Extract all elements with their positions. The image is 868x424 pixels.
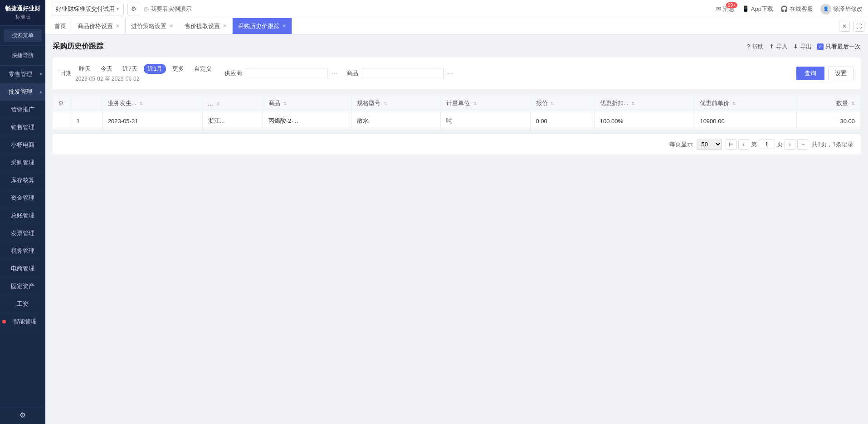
th-unit[interactable]: 计量单位 ⇅: [441, 95, 530, 112]
avatar: 👤: [820, 4, 831, 14]
goods-input[interactable]: [362, 68, 444, 79]
data-table-container: ⚙ 业务发生... ⇅ ... ⇅ 商品 ⇅: [53, 95, 861, 130]
sidebar-item-ecommerce-small[interactable]: 小畅电商: [0, 136, 45, 154]
demo-link[interactable]: ◎ 我要看实例演示: [144, 5, 192, 13]
tabbar: 首页 商品价格设置 ✕ 进价策略设置 ✕ 售价提取设置 ✕ 采购历史价跟踪 ✕ …: [45, 18, 868, 34]
date-1month-btn[interactable]: 近1月: [144, 64, 166, 74]
tab-history-price-close[interactable]: ✕: [282, 23, 286, 29]
tab-purchase-strategy[interactable]: 进价策略设置 ✕: [126, 18, 179, 34]
online-service-button[interactable]: 🎧 在线客服: [780, 5, 813, 13]
tab-sale-price-close[interactable]: ✕: [223, 23, 227, 29]
version-gear-button[interactable]: ⚙: [127, 3, 140, 15]
th-spec[interactable]: 规格型号 ⇅: [351, 95, 440, 112]
th-quantity[interactable]: 数量 ⇅: [796, 95, 860, 112]
settings-icon[interactable]: ⚙: [20, 411, 26, 419]
sidebar-item-smart[interactable]: 智能管理: [0, 313, 45, 331]
page-content: 采购历史价跟踪 ? 帮助 ⬆ 导入 ⬇ 导出 只看最后一次: [45, 34, 868, 424]
app-download-button[interactable]: 📱 App下载: [742, 5, 773, 13]
date-custom-btn[interactable]: 自定义: [190, 64, 215, 74]
sidebar-item-finance[interactable]: 资金管理: [0, 189, 45, 207]
td-supplier: 浙江...: [202, 112, 263, 130]
filter-actions: 查询 设置: [796, 67, 853, 80]
page-title: 采购历史价跟踪: [53, 42, 103, 51]
search-menu-button[interactable]: 搜索菜单: [4, 29, 42, 42]
sort-quantity-icon: ⇅: [851, 101, 855, 106]
date-today-btn[interactable]: 今天: [97, 64, 116, 74]
sort-date-icon: ⇅: [139, 101, 143, 106]
page-nav: ⊨ ‹ 第 页 › ⊩: [726, 139, 808, 150]
date-yesterday-btn[interactable]: 昨天: [75, 64, 94, 74]
sidebar-item-sales[interactable]: 销售管理: [0, 119, 45, 136]
th-date[interactable]: 业务发生... ⇅: [102, 95, 202, 112]
page-size-select[interactable]: 20 50 100: [697, 139, 722, 150]
sidebar-item-wholesale[interactable]: 批发管理 ▲: [0, 83, 45, 101]
topbar-right: ✉ 消息 99+ 📱 App下载 🎧 在线客服 👤 徐泽华修改: [716, 4, 863, 14]
sidebar-item-ecommerce[interactable]: 电商管理: [0, 260, 45, 278]
app-logo-sub: 标准版: [4, 14, 42, 20]
page-number-input[interactable]: [759, 140, 775, 149]
tab-price-close[interactable]: ✕: [116, 23, 120, 29]
supplier-more-icon[interactable]: ···: [331, 69, 337, 77]
goods-filter-label: 商品: [346, 69, 358, 77]
only-last-checkbox[interactable]: [817, 43, 824, 50]
next-page-button[interactable]: ›: [785, 139, 795, 150]
message-button[interactable]: ✉ 消息 99+: [716, 5, 735, 13]
sidebar-item-ledger[interactable]: 总账管理: [0, 207, 45, 225]
date-filter-group: 日期 昨天 今天 近7天 近1月 更多 自定义 2023-05-02 至 202…: [60, 64, 215, 83]
th-before-discount[interactable]: 优惠前单价 ⇅: [694, 95, 796, 112]
user-menu-button[interactable]: 👤 徐泽华修改: [820, 4, 863, 14]
sort-goods-icon: ⇅: [283, 101, 287, 106]
th-quote-label: 报价: [536, 100, 548, 106]
chevron-down-icon: ▾: [117, 6, 119, 11]
tab-history-price[interactable]: 采购历史价跟踪 ✕: [233, 18, 292, 34]
supplier-input[interactable]: [246, 68, 327, 79]
table-gear-icon[interactable]: ⚙: [58, 100, 64, 107]
query-button[interactable]: 查询: [796, 67, 824, 80]
sidebar-item-invoice[interactable]: 发票管理: [0, 225, 45, 242]
sidebar-item-retail[interactable]: 零售管理 ▼: [0, 66, 45, 83]
th-discount[interactable]: 优惠折扣... ⇅: [594, 95, 694, 112]
version-selector[interactable]: 好业财标准版交付试用 ▾: [51, 3, 124, 15]
sidebar-item-inventory[interactable]: 库存核算: [0, 172, 45, 189]
th-quote[interactable]: 报价 ⇅: [530, 95, 594, 112]
th-date-label: 业务发生...: [108, 100, 137, 106]
sidebar-item-marketing[interactable]: 营销推广: [0, 101, 45, 119]
sort-before-discount-icon: ⇅: [732, 101, 736, 106]
tab-purchase-strategy-label: 进价策略设置: [131, 22, 166, 30]
app-logo: 畅捷通好业财 标准版: [0, 0, 45, 26]
th-gear: ⚙: [53, 95, 71, 112]
sidebar-item-tax[interactable]: 税务管理: [0, 242, 45, 260]
th-goods[interactable]: 商品 ⇅: [263, 95, 351, 112]
goods-more-icon[interactable]: ···: [447, 69, 453, 77]
help-link[interactable]: ? 帮助: [747, 43, 764, 51]
import-link[interactable]: ⬆ 导入: [769, 43, 788, 51]
only-last-checkbox-label[interactable]: 只看最后一次: [817, 43, 861, 51]
prev-page-button[interactable]: ‹: [738, 139, 749, 150]
sort-unit-icon: ⇅: [473, 101, 477, 106]
first-page-button[interactable]: ⊨: [726, 139, 736, 150]
supplier-filter-label: 供应商: [224, 69, 242, 77]
tab-purchase-strategy-close[interactable]: ✕: [169, 23, 173, 29]
maximize-tab-button[interactable]: ⛶: [853, 21, 864, 32]
sidebar-item-purchase[interactable]: 采购管理: [0, 154, 45, 172]
tab-price[interactable]: 商品价格设置 ✕: [72, 18, 126, 34]
th-unit-label: 计量单位: [446, 100, 470, 106]
export-link[interactable]: ⬇ 导出: [793, 43, 812, 51]
message-badge: 99+: [726, 2, 737, 8]
tab-history-price-label: 采购历史价跟踪: [238, 22, 279, 30]
tab-home[interactable]: 首页: [49, 18, 72, 34]
th-dots[interactable]: ... ⇅: [202, 95, 263, 112]
last-page-button[interactable]: ⊩: [797, 139, 808, 150]
headset-icon: 🎧: [780, 5, 788, 12]
sidebar-item-salary[interactable]: 工资: [0, 295, 45, 313]
sidebar-item-assets[interactable]: 固定资产: [0, 278, 45, 295]
filter-settings-button[interactable]: 设置: [828, 67, 853, 80]
import-icon: ⬆: [769, 43, 774, 50]
th-seq: [71, 95, 102, 112]
tab-sale-price[interactable]: 售价提取设置 ✕: [179, 18, 233, 34]
close-tab-button[interactable]: ✕: [839, 21, 850, 32]
date-7days-btn[interactable]: 近7天: [119, 64, 141, 74]
td-seq: 1: [71, 112, 102, 130]
quick-nav-button[interactable]: 快捷导航: [4, 49, 42, 62]
date-more-btn[interactable]: 更多: [169, 64, 188, 74]
